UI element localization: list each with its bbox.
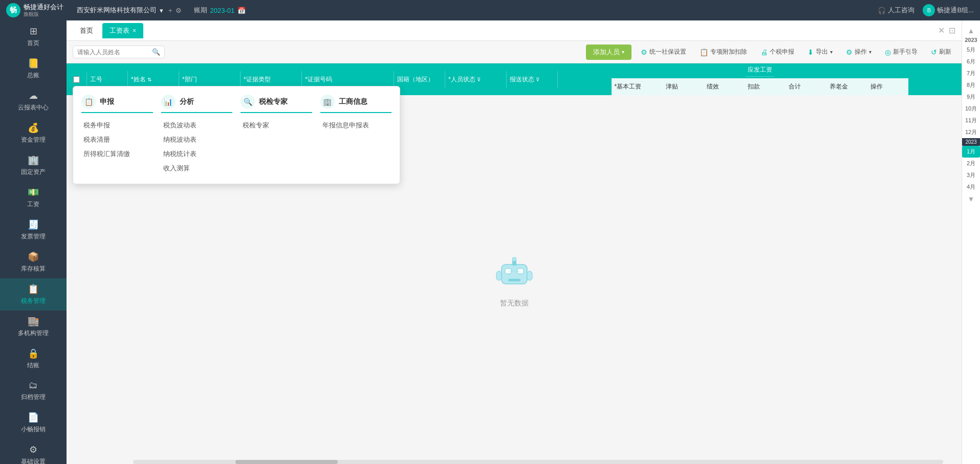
chevron-down-icon: ▾ bbox=[160, 7, 163, 14]
main-content: 首页 工资表 × ✕ ⊡ 🔍 添加人员 ▾ ⚙ 统一社保设置 bbox=[67, 20, 962, 464]
top-bar-actions: 🎧 人工咨询 B 畅捷通B组... bbox=[878, 4, 974, 16]
month-9[interactable]: 9月 bbox=[962, 91, 980, 103]
sort-icon[interactable]: ⇅ bbox=[147, 77, 151, 82]
search-input[interactable] bbox=[77, 49, 149, 56]
month-3[interactable]: 3月 bbox=[962, 169, 980, 181]
sidebar-item-payroll[interactable]: 💵 工资 bbox=[0, 182, 67, 214]
menu-item-tax-table[interactable]: 税表清册 bbox=[81, 132, 153, 147]
panel-down-arrow[interactable]: ▼ bbox=[966, 193, 977, 205]
payroll-group-label: 应发工资 bbox=[746, 63, 774, 77]
sidebar-item-cloud[interactable]: ☁ 云报表中心 bbox=[0, 85, 67, 117]
customer-service-btn[interactable]: 🎧 人工咨询 bbox=[878, 6, 914, 15]
menu-item-annual-report[interactable]: 年报信息申报表 bbox=[320, 118, 392, 132]
month-1[interactable]: 1月 bbox=[962, 146, 980, 158]
menu-section-analysis: 📊 分析 税负波动表 纳税波动表 纳税统计表 收入测算 bbox=[161, 95, 233, 175]
settings-icon[interactable]: ⚙ bbox=[176, 7, 182, 14]
period-section: 账期 2023-01 📅 bbox=[194, 6, 246, 15]
sidebar-item-invoice[interactable]: 🧾 发票管理 bbox=[0, 214, 67, 246]
user-avatar[interactable]: B 畅捷通B组... bbox=[923, 4, 974, 16]
menu-item-income-calc[interactable]: 所得税汇算清缴 bbox=[81, 147, 153, 161]
year-label: 2023 bbox=[965, 37, 977, 43]
sidebar-item-inventory[interactable]: 📦 库存核算 bbox=[0, 246, 67, 278]
menu-item-tax-payment[interactable]: 纳税波动表 bbox=[161, 132, 233, 147]
settings-gear-icon: ⚙ bbox=[29, 444, 37, 455]
menu-section-expert: 🔍 税检专家 税检专家 bbox=[241, 95, 312, 175]
operation-btn[interactable]: ⚙ 操作 ▾ bbox=[842, 46, 876, 58]
sidebar-item-archive[interactable]: 🗂 归档管理 bbox=[0, 375, 67, 407]
archive-icon: 🗂 bbox=[29, 380, 38, 391]
window-close-btn[interactable]: ✕ bbox=[938, 26, 945, 35]
tab-payroll[interactable]: 工资表 × bbox=[102, 23, 143, 38]
avatar-icon: B bbox=[923, 4, 935, 16]
svg-rect-7 bbox=[527, 271, 532, 280]
social-security-icon: ⚙ bbox=[641, 48, 647, 56]
scrollbar-thumb[interactable] bbox=[235, 460, 338, 464]
month-12[interactable]: 12月 bbox=[962, 126, 980, 138]
panel-up-arrow[interactable]: ▲ bbox=[966, 25, 977, 37]
sidebar-item-ledger[interactable]: 📒 总账 bbox=[0, 53, 67, 85]
declaration-icon: 📋 bbox=[81, 95, 96, 109]
month-8[interactable]: 8月 bbox=[962, 79, 980, 91]
guide-btn[interactable]: ◎ 新手引导 bbox=[881, 46, 922, 58]
add-icon[interactable]: + bbox=[168, 7, 172, 14]
menu-item-tax-stats[interactable]: 纳税统计表 bbox=[161, 147, 233, 161]
payroll-sub-headers: *基本工资 津贴 绩效 扣款 合计 养老金 操作 bbox=[612, 78, 908, 95]
month-6[interactable]: 6月 bbox=[962, 56, 980, 68]
deduction-icon: 📋 bbox=[700, 48, 708, 56]
refresh-btn[interactable]: ↺ 刷新 bbox=[927, 46, 955, 58]
special-deduction-btn[interactable]: 📋 专项附加扣除 bbox=[695, 46, 751, 58]
sidebar-item-basic[interactable]: ⚙ 基础设置 bbox=[0, 439, 67, 464]
social-security-btn[interactable]: ⚙ 统一社保设置 bbox=[637, 46, 690, 58]
headset-icon: 🎧 bbox=[878, 7, 886, 14]
search-icon: 🔍 bbox=[152, 48, 160, 56]
month-10[interactable]: 10月 bbox=[962, 103, 980, 115]
search-box[interactable]: 🔍 bbox=[73, 46, 165, 58]
month-5[interactable]: 5月 bbox=[962, 44, 980, 56]
send-filter-icon[interactable]: ⊽ bbox=[536, 77, 539, 82]
month-4[interactable]: 4月 bbox=[962, 181, 980, 193]
menu-item-tax-expert[interactable]: 税检专家 bbox=[241, 118, 312, 132]
calendar-icon[interactable]: 📅 bbox=[237, 7, 246, 14]
select-all-checkbox[interactable] bbox=[73, 76, 80, 83]
horizontal-scrollbar[interactable] bbox=[133, 460, 943, 464]
company-selector[interactable]: 西安虾米网络科技有限公司 ▾ + ⚙ bbox=[73, 4, 186, 17]
sub-header-perf: 绩效 bbox=[704, 78, 745, 95]
sidebar-item-report[interactable]: 📄 小畅报销 bbox=[0, 407, 67, 439]
menu-section-declaration: 📋 申报 税务申报 税表清册 所得税汇算清缴 bbox=[81, 95, 153, 175]
month-11[interactable]: 11月 bbox=[962, 115, 980, 126]
logo-icon: 畅 bbox=[6, 3, 20, 17]
sidebar-item-tax[interactable]: 📋 税务管理 bbox=[0, 278, 67, 311]
right-panel: ▲ 2023 5月 6月 7月 8月 9月 10月 11月 12月 2023 1… bbox=[962, 20, 980, 464]
sub-header-total: 合计 bbox=[786, 78, 826, 95]
operation-arrow-icon: ▾ bbox=[869, 49, 872, 55]
asset-icon: 🏢 bbox=[28, 154, 39, 166]
sidebar-item-fund[interactable]: 💰 资金管理 bbox=[0, 117, 67, 149]
filter-icon[interactable]: ⊽ bbox=[477, 77, 481, 82]
multi-icon: 🏬 bbox=[28, 316, 39, 327]
sub-header-base: *基本工资 bbox=[612, 78, 663, 95]
menu-item-income-calc2[interactable]: 收入测算 bbox=[161, 161, 233, 175]
sub-header-op: 操作 bbox=[867, 78, 908, 95]
month-2[interactable]: 2月 bbox=[962, 158, 980, 169]
tab-home[interactable]: 首页 bbox=[73, 23, 100, 38]
header-idno: *证据号码 bbox=[302, 71, 394, 88]
add-person-button[interactable]: 添加人员 ▾ bbox=[586, 45, 631, 60]
payroll-icon: 💵 bbox=[28, 187, 39, 198]
menu-item-tax-declare[interactable]: 税务申报 bbox=[81, 118, 153, 132]
report-icon: 📄 bbox=[28, 412, 39, 423]
header-status: *人员状态 ⊽ bbox=[445, 71, 507, 88]
tab-close-icon[interactable]: × bbox=[133, 27, 136, 34]
sidebar-item-multi[interactable]: 🏬 多机构管理 bbox=[0, 311, 67, 343]
menu-section-business-header: 🏢 工商信息 bbox=[320, 95, 392, 113]
menu-item-tax-burden[interactable]: 税负波动表 bbox=[161, 118, 233, 132]
toolbar: 🔍 添加人员 ▾ ⚙ 统一社保设置 📋 专项附加扣除 🖨 个税申报 ⬇ 导出 bbox=[67, 41, 962, 63]
export-btn[interactable]: ⬇ 导出 ▾ bbox=[803, 46, 837, 58]
invoice-icon: 🧾 bbox=[28, 219, 39, 230]
tax-return-btn[interactable]: 🖨 个税申报 bbox=[756, 46, 798, 58]
header-checkbox[interactable] bbox=[67, 72, 87, 87]
sidebar-item-close[interactable]: 🔒 结账 bbox=[0, 343, 67, 375]
sidebar-item-home[interactable]: ⊞ 首页 bbox=[0, 20, 67, 53]
sidebar-item-asset[interactable]: 🏢 固定资产 bbox=[0, 149, 67, 182]
window-restore-btn[interactable]: ⊡ bbox=[949, 26, 955, 35]
month-7[interactable]: 7月 bbox=[962, 68, 980, 79]
